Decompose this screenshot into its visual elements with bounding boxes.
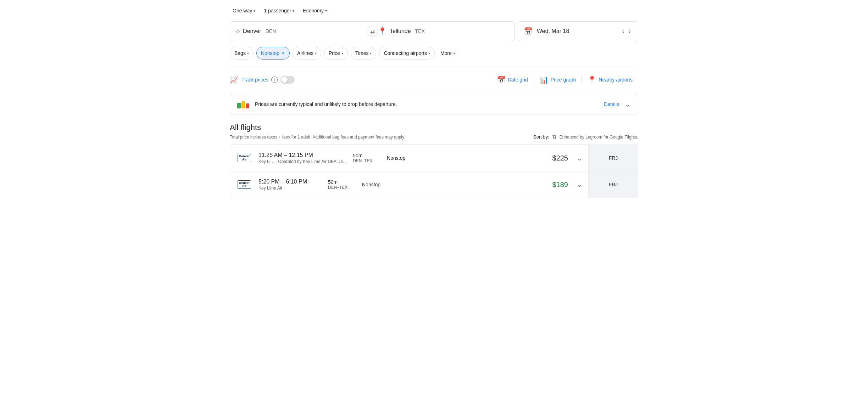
more-label: More <box>440 50 452 56</box>
date-grid-button[interactable]: 📅 Date grid <box>491 73 534 87</box>
flight-price-2: $189 <box>552 181 568 188</box>
track-prices-icon: 📈 <box>230 75 239 84</box>
price-banner: Prices are currently typical and unlikel… <box>230 94 638 114</box>
destination-code: TEX <box>415 28 425 34</box>
flight-route-2: DEN–TEX <box>328 185 356 190</box>
all-flights-section: All flights Total price includes taxes +… <box>230 123 638 198</box>
bar-low <box>237 103 241 108</box>
flight-times-1: 11:25 AM – 12:15 PM Key Li… · Operated b… <box>258 152 347 164</box>
airline-logo-2: Denver Air <box>236 179 253 190</box>
price-bar-graphic <box>237 100 249 108</box>
bags-label: Bags <box>234 50 246 56</box>
price-label: Price <box>329 50 340 56</box>
flight-main-2[interactable]: Denver Air 5:20 PM – 6:10 PM Key Lime Ai… <box>230 171 588 198</box>
trip-type-dropdown[interactable]: One way ▾ <box>230 6 258 16</box>
sort-icon[interactable]: ⇅ <box>552 134 557 140</box>
flight-action-1[interactable]: FRJ <box>588 145 638 171</box>
flights-list: Denver Air 11:25 AM – 12:15 PM Key Li… ·… <box>230 145 638 198</box>
table-row: Denver Air 11:25 AM – 12:15 PM Key Li… ·… <box>230 145 638 171</box>
airlines-label: Airlines <box>297 50 313 56</box>
destination-city: Telluride <box>390 28 411 34</box>
flight-route-1: DEN–TEX <box>353 158 381 163</box>
times-chevron-icon: ▾ <box>370 51 372 55</box>
tools-row: 📈 Track prices i 📅 Date grid 📊 Price gra… <box>230 73 638 87</box>
date-grid-icon: 📅 <box>497 75 506 84</box>
all-flights-sub: Total price includes taxes + fees for 1 … <box>230 134 638 140</box>
price-graph-button[interactable]: 📊 Price graph <box>534 73 582 87</box>
flight-duration-main-1: 50m <box>353 153 381 158</box>
swap-button[interactable]: ⇄ <box>367 26 378 37</box>
origin-field[interactable]: ○ Denver DEN <box>230 22 372 41</box>
cabin-dropdown[interactable]: Economy ▾ <box>300 6 329 16</box>
price-graph-icon: 📊 <box>540 75 549 84</box>
date-label: Wed, Mar 18 <box>537 28 569 34</box>
nonstop-remove-icon[interactable]: ✕ <box>282 51 285 56</box>
origin-code: DEN <box>266 28 276 34</box>
track-prices-section: 📈 Track prices i <box>230 75 295 84</box>
airlines-chevron-icon: ▾ <box>315 51 317 55</box>
flight-action-code-1: FRJ <box>609 155 618 161</box>
flight-price-1: $225 <box>552 154 568 162</box>
connecting-label: Connecting airports <box>384 50 427 56</box>
nonstop-label: Nonstop <box>261 50 279 56</box>
tools-right: 📅 Date grid 📊 Price graph 📍 Nearby airpo… <box>491 73 638 87</box>
price-graph-label: Price graph <box>551 77 576 83</box>
flight-action-2[interactable]: FRJ <box>588 171 638 198</box>
trip-type-chevron-icon: ▾ <box>254 9 255 13</box>
date-field[interactable]: 📅 Wed, Mar 18 ‹ › <box>518 21 638 41</box>
calendar-icon: 📅 <box>524 27 533 35</box>
details-button[interactable]: Details <box>604 101 619 107</box>
nonstop-filter[interactable]: Nonstop ✕ <box>256 47 290 60</box>
bags-filter[interactable]: Bags ▾ <box>230 47 254 60</box>
track-prices-toggle[interactable] <box>280 76 295 84</box>
more-filters-button[interactable]: More ▾ <box>438 48 458 58</box>
bags-chevron-icon: ▾ <box>247 51 249 55</box>
times-label: Times <box>355 50 369 56</box>
flight-stops-1: Nonstop <box>387 155 422 161</box>
passengers-dropdown[interactable]: 1 passenger ▾ <box>261 6 297 16</box>
price-filter[interactable]: Price ▾ <box>324 47 348 60</box>
flight-time-range-1: 11:25 AM – 12:15 PM <box>258 152 347 158</box>
flights-subtitle: Total price includes taxes + fees for 1 … <box>230 135 530 140</box>
cabin-chevron-icon: ▾ <box>325 9 327 13</box>
flight-airline-sub-1: Key Li… · Operated by Key Lime Air DBA D… <box>258 159 347 164</box>
sort-by-label: Sort by: <box>533 134 549 140</box>
flight-times-2: 5:20 PM – 6:10 PM Key Lime Air <box>258 179 322 191</box>
more-chevron-icon: ▾ <box>453 51 455 55</box>
flight-price-section-1: $225 <box>533 154 568 162</box>
flight-duration-1: 50m DEN–TEX <box>353 153 381 163</box>
track-prices-info-icon[interactable]: i <box>271 77 278 83</box>
flight-duration-2: 50m DEN–TEX <box>328 179 356 190</box>
bar-mid <box>241 101 245 108</box>
trip-options-bar: One way ▾ 1 passenger ▾ Economy ▾ <box>230 6 638 16</box>
divider <box>230 67 638 67</box>
cabin-label: Economy <box>303 8 323 13</box>
bar-high <box>246 103 249 108</box>
times-filter[interactable]: Times ▾ <box>351 47 377 60</box>
track-prices-label: Track prices <box>241 77 268 83</box>
nearby-airports-icon: 📍 <box>588 75 596 84</box>
flight-action-code-2: FRJ <box>609 182 618 187</box>
flight-expand-button-1[interactable]: ⌄ <box>577 154 583 162</box>
flight-duration-main-2: 50m <box>328 179 356 185</box>
flight-expand-button-2[interactable]: ⌄ <box>577 180 583 189</box>
filters-row: Bags ▾ Nonstop ✕ Airlines ▾ Price ▾ Time… <box>230 47 638 60</box>
price-chevron-icon: ▾ <box>341 51 343 55</box>
date-prev-button[interactable]: ‹ <box>621 26 626 36</box>
airline-logo-1: Denver Air <box>236 152 253 164</box>
origin-destination-container: ○ Denver DEN ⇄ 📍 Telluride TEX <box>230 21 515 41</box>
destination-pin-icon: 📍 <box>378 27 387 35</box>
all-flights-title: All flights <box>230 123 638 132</box>
connecting-chevron-icon: ▾ <box>428 51 430 55</box>
search-row: ○ Denver DEN ⇄ 📍 Telluride TEX 📅 Wed, Ma… <box>230 21 638 41</box>
toggle-knob <box>281 77 288 83</box>
airlines-filter[interactable]: Airlines ▾ <box>293 47 321 60</box>
nearby-airports-button[interactable]: 📍 Nearby airports <box>582 73 638 87</box>
flight-main-1[interactable]: Denver Air 11:25 AM – 12:15 PM Key Li… ·… <box>230 145 588 171</box>
connecting-airports-filter[interactable]: Connecting airports ▾ <box>379 47 434 60</box>
destination-field[interactable]: 📍 Telluride TEX <box>372 22 514 41</box>
price-banner-text: Prices are currently typical and unlikel… <box>255 101 598 107</box>
date-next-button[interactable]: › <box>627 26 632 36</box>
price-banner-expand-icon[interactable]: ⌄ <box>625 100 631 108</box>
passengers-label: 1 passenger <box>264 8 291 13</box>
